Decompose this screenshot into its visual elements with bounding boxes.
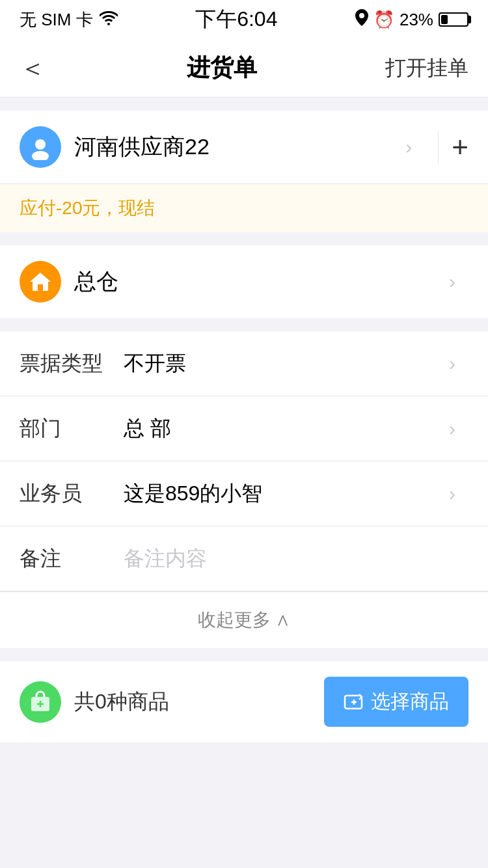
location-icon <box>355 9 368 31</box>
ticket-type-label: 票据类型 <box>20 349 111 378</box>
department-value: 总 部 <box>111 414 449 443</box>
section-gap-2 <box>0 232 488 245</box>
svg-marker-3 <box>30 273 51 282</box>
status-time: 下午6:04 <box>195 5 277 34</box>
alarm-icon: ⏰ <box>373 10 394 30</box>
back-button[interactable]: ＜ <box>20 50 59 86</box>
wifi-icon <box>100 10 118 30</box>
warehouse-card[interactable]: 总仓 › <box>0 245 488 318</box>
salesperson-row[interactable]: 业务员 这是859的小智 › <box>0 461 488 526</box>
warehouse-name: 总仓 <box>74 267 449 297</box>
select-product-button[interactable]: 选择商品 <box>324 677 468 727</box>
salesperson-value: 这是859的小智 <box>111 480 449 508</box>
collapse-label: 收起更多 ∧ <box>198 608 291 632</box>
supplier-card: 河南供应商22 › + 应付-20元，现结 <box>0 111 488 232</box>
remark-row[interactable]: 备注 备注内容 <box>0 526 488 591</box>
remark-label: 备注 <box>20 545 111 573</box>
product-section: 共0种商品 选择商品 <box>0 661 488 742</box>
ticket-chevron-icon: › <box>449 353 455 375</box>
status-right: ⏰ 23% <box>355 9 468 31</box>
ticket-type-value: 不开票 <box>111 349 449 378</box>
section-gap-1 <box>0 98 488 111</box>
form-section: 票据类型 不开票 › 部门 总 部 › 业务员 这是859的小智 › 备注 备注… <box>0 331 488 648</box>
select-product-label: 选择商品 <box>371 688 449 715</box>
nav-bar: ＜ 进货单 打开挂单 <box>0 39 488 98</box>
ticket-type-row[interactable]: 票据类型 不开票 › <box>0 331 488 396</box>
supplier-name: 河南供应商22 <box>74 132 405 162</box>
section-gap-3 <box>0 318 488 331</box>
status-bar: 无 SIM 卡 下午6:04 ⏰ 23% <box>0 0 488 39</box>
page-title: 进货单 <box>187 52 257 84</box>
product-icon <box>20 681 61 723</box>
dept-chevron-icon: › <box>449 418 455 440</box>
divider <box>438 131 439 163</box>
svg-point-1 <box>32 151 49 160</box>
department-label: 部门 <box>20 414 111 443</box>
remark-input[interactable]: 备注内容 <box>111 545 468 573</box>
notice-row: 应付-20元，现结 <box>0 184 488 232</box>
svg-rect-4 <box>38 284 43 291</box>
product-count-label: 共0种商品 <box>74 688 324 716</box>
warehouse-row[interactable]: 总仓 › <box>0 245 488 318</box>
svg-point-0 <box>35 139 46 150</box>
add-supplier-button[interactable]: + <box>452 133 468 161</box>
supplier-avatar <box>20 126 61 168</box>
battery-pct: 23% <box>400 10 433 30</box>
battery-icon <box>439 12 468 27</box>
salesperson-chevron-icon: › <box>449 483 455 505</box>
status-left: 无 SIM 卡 <box>20 8 118 31</box>
carrier-label: 无 SIM 卡 <box>20 8 93 31</box>
supplier-row[interactable]: 河南供应商22 › + <box>0 111 488 184</box>
warehouse-chevron-icon: › <box>449 271 455 293</box>
supplier-chevron-icon: › <box>405 136 412 158</box>
salesperson-label: 业务员 <box>20 480 111 508</box>
department-row[interactable]: 部门 总 部 › <box>0 396 488 461</box>
warehouse-icon <box>20 261 61 303</box>
collapse-button[interactable]: 收起更多 ∧ <box>0 591 488 648</box>
notice-text: 应付-20元，现结 <box>20 198 155 218</box>
open-pending-button[interactable]: 打开挂单 <box>385 54 468 83</box>
